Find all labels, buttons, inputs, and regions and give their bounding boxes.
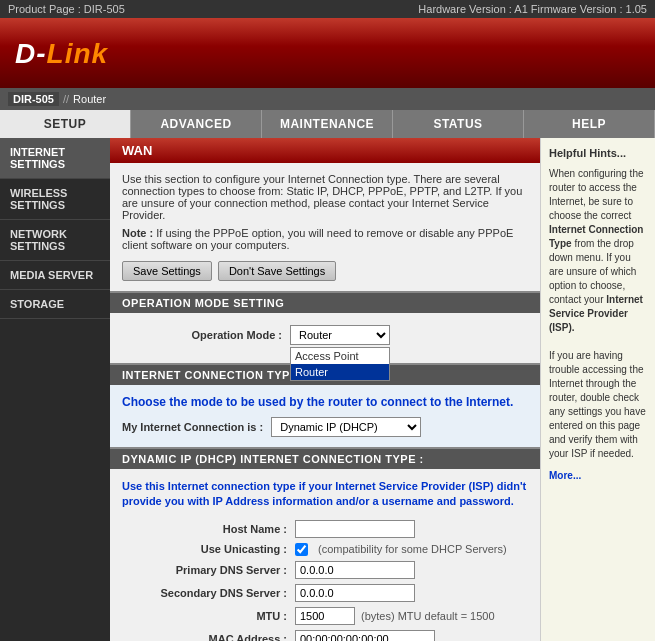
help-text: When configuring the router to access th… [549,167,647,335]
mtu-input[interactable] [295,607,355,625]
save-settings-button[interactable]: Save Settings [122,261,212,281]
sidebar-item-wireless-settings[interactable]: WIRELESS SETTINGS [0,179,110,220]
help-panel: Helpful Hints... When configuring the ro… [540,138,655,641]
sidebar-item-media-server[interactable]: MEDIA SERVER [0,261,110,290]
tab-maintenance[interactable]: MAINTENANCE [262,110,393,138]
content-area: INTERNET SETTINGS WIRELESS SETTINGS NETW… [0,138,655,641]
tab-status[interactable]: STATUS [393,110,524,138]
sidebar-item-storage[interactable]: STORAGE [0,290,110,319]
operation-mode-section-header: OPERATION MODE SETTING [110,293,540,313]
operation-mode-label: Operation Mode : [122,329,282,341]
product-page: Product Page : DIR-505 [8,3,125,15]
host-name-label: Host Name : [122,523,287,535]
primary-dns-label: Primary DNS Server : [122,564,287,576]
help-text3: If you are having trouble accessing the … [549,349,647,461]
ict-row: My Internet Connection is : Dynamic IP (… [122,417,528,437]
help-more-link[interactable]: More... [549,469,647,483]
logo-dash: - [36,38,46,69]
ict-section-body: Choose the mode to be used by the router… [110,385,540,449]
sidebar: INTERNET SETTINGS WIRELESS SETTINGS NETW… [0,138,110,641]
header: D-Link [0,18,655,88]
operation-mode-dropdown-wrapper: Access Point Router Access Point Router [290,325,390,345]
breadcrumb-separator: // [63,93,69,105]
tab-help[interactable]: HELP [524,110,655,138]
wan-header: WAN [110,138,540,163]
wan-note: Note : If using the PPPoE option, you wi… [122,227,528,251]
version-info: Hardware Version : A1 Firmware Version :… [418,3,647,15]
breadcrumb-model: DIR-505 [8,92,59,106]
wan-description: Use this section to configure your Inter… [122,173,522,221]
mtu-note: (bytes) MTU default = 1500 [361,610,495,622]
use-unicasting-row: Use Unicasting : (compatibility for some… [122,543,528,556]
secondary-dns-row: Secondary DNS Server : [122,584,528,602]
inner-content: WAN Use this section to configure your I… [110,138,540,641]
main-nav: SETUP ADVANCED MAINTENANCE STATUS HELP [0,110,655,138]
secondary-dns-label: Secondary DNS Server : [122,587,287,599]
secondary-dns-input[interactable] [295,584,415,602]
primary-dns-row: Primary DNS Server : [122,561,528,579]
mac-address-label: MAC Address : [122,633,287,641]
primary-dns-input[interactable] [295,561,415,579]
dhcp-header: DYNAMIC IP (DHCP) INTERNET CONNECTION TY… [110,449,540,469]
operation-mode-row: Operation Mode : Access Point Router Acc… [122,325,528,345]
mtu-label: MTU : [122,610,287,622]
mac-address-input[interactable] [295,630,435,641]
note-label: Note : [122,227,153,239]
top-bar: Product Page : DIR-505 Hardware Version … [0,0,655,18]
operation-mode-section-body: Operation Mode : Access Point Router Acc… [110,313,540,365]
operation-mode-dropdown-open: Access Point Router [290,347,390,381]
help-title: Helpful Hints... [549,146,647,161]
tab-setup[interactable]: SETUP [0,110,131,138]
tab-advanced[interactable]: ADVANCED [131,110,262,138]
ict-select[interactable]: Dynamic IP (DHCP) [271,417,421,437]
note-text: If using the PPPoE option, you will need… [122,227,513,251]
mac-address-row: MAC Address : [122,630,528,641]
mtu-row: MTU : (bytes) MTU default = 1500 [122,607,528,625]
dropdown-opt-router[interactable]: Router [291,364,389,380]
sidebar-item-internet-settings[interactable]: INTERNET SETTINGS [0,138,110,179]
wan-body: Use this section to configure your Inter… [110,163,540,293]
dont-save-settings-button[interactable]: Don't Save Settings [218,261,336,281]
use-unicasting-label: Use Unicasting : [122,543,287,555]
dlink-logo: D-Link [15,38,108,70]
dhcp-description: Use this Internet connection type if you… [122,479,528,510]
ict-label: My Internet Connection is : [122,421,263,433]
logo-d: D [15,38,36,69]
operation-mode-select[interactable]: Access Point Router [290,325,390,345]
use-unicasting-checkbox[interactable] [295,543,308,556]
dropdown-opt-access-point[interactable]: Access Point [291,348,389,364]
wan-buttons: Save Settings Don't Save Settings [122,261,528,281]
host-name-row: Host Name : [122,520,528,538]
help-text1: When configuring the router to access th… [549,168,644,221]
use-unicasting-note: (compatibility for some DHCP Servers) [318,543,507,555]
breadcrumb: DIR-505 // Router [0,88,655,110]
dhcp-body: Use this Internet connection type if you… [110,469,540,641]
host-name-input[interactable] [295,520,415,538]
logo-link: Link [47,38,109,69]
breadcrumb-page: Router [73,93,106,105]
sidebar-item-network-settings[interactable]: NETWORK SETTINGS [0,220,110,261]
ict-title: Choose the mode to be used by the router… [122,395,528,409]
